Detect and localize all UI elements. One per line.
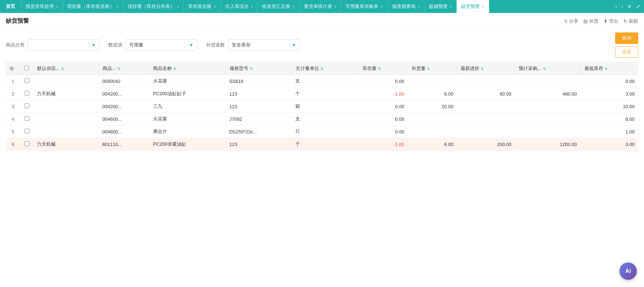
cell-product-name: 离合片 [149, 125, 226, 138]
cell-spec: J7092 [226, 113, 292, 125]
tab-available[interactable]: 可用量库存账本 × [341, 0, 387, 13]
replenish-base-select[interactable]: 安全库存 ▼ [228, 39, 300, 51]
sort-product-code-icon[interactable]: ⇅ [117, 67, 120, 71]
row-checkbox[interactable] [25, 91, 29, 96]
th-spec[interactable]: 规格型号 ⇅ [226, 62, 292, 75]
tab-bar: 首页 拣货异常处理 × 现存量（库存状况表） × 现存量（库存分布表） × 库存… [0, 0, 644, 13]
row-checkbox[interactable] [25, 103, 29, 108]
cell-min-stock: 3.00 [580, 138, 638, 151]
sort-spec-icon[interactable]: ⇅ [250, 67, 253, 71]
share-button[interactable]: ⎗ 分享 [565, 18, 578, 25]
sort-product-name-icon[interactable]: ⇅ [173, 67, 176, 71]
replenish-button[interactable]: ▤ 补货 [583, 18, 599, 25]
table-header-row: ⚙ 默认供应... ⇅ 商品... ⇅ [6, 62, 638, 75]
close-tab-inout[interactable]: × [251, 4, 253, 9]
close-tab-requisition[interactable]: × [334, 4, 336, 9]
th-unit[interactable]: 主计量单位 ⇅ [292, 62, 358, 75]
cell-min-stock: 3.00 [580, 88, 638, 100]
row-checkbox[interactable] [25, 78, 29, 83]
tab-scroll-right[interactable]: › [619, 0, 625, 13]
tab-stock-dist[interactable]: 现存量（库存分布表） × [123, 0, 184, 13]
tab-stock-status[interactable]: 现存量（库存状况表） × [63, 0, 123, 13]
sort-min-stock-icon[interactable]: ⇅ [605, 67, 608, 71]
filter-action-buttons: 查询 设置 [615, 32, 638, 58]
tab-expand[interactable]: ⤢ [634, 0, 643, 13]
export-button[interactable]: ⬆ 导出 [604, 18, 618, 25]
cell-latest-price: 80.00 [457, 88, 515, 100]
row-checkbox-cell [20, 88, 33, 100]
table-row: 2 力天机械 004200... PC200油缸缸子 123 个 -1.00 6… [6, 88, 638, 100]
cell-product-code: 004600... [99, 113, 149, 125]
cell-replenish [408, 113, 457, 125]
th-replenish[interactable]: 补货量 ⇅ [408, 62, 457, 75]
row-num: 1 [6, 75, 20, 88]
tab-expiry[interactable]: 保质期查询 × [388, 0, 425, 13]
sort-latest-price-icon[interactable]: ⇅ [481, 67, 484, 71]
cell-supplier: 力天机械 [33, 138, 99, 151]
page-title: 缺货预警 [6, 17, 29, 25]
th-stock[interactable]: 库存量 ⇅ [358, 62, 408, 75]
close-tab-overstock[interactable]: × [450, 4, 452, 9]
tab-scroll-left[interactable]: ‹ [613, 0, 619, 13]
query-button[interactable]: 查询 [615, 32, 638, 44]
close-tab-stock-dist[interactable]: × [177, 4, 179, 9]
tab-close-all[interactable]: ✕ [625, 0, 634, 13]
tab-requisition[interactable]: 要货单统计表 × [300, 0, 341, 13]
cell-est-purchase: 1200.00 [515, 138, 580, 151]
datasource-select[interactable]: 可用量 ▼ [125, 39, 197, 51]
th-product-code[interactable]: 商品... ⇅ [99, 62, 149, 75]
close-tab-shortage[interactable]: × [482, 4, 484, 9]
row-num: 6 [6, 138, 20, 151]
header-actions: ⎗ 分享 ▤ 补货 ⬆ 导出 ↻ 刷新 [565, 18, 638, 25]
ai-badge[interactable]: Ai [619, 262, 637, 280]
tab-abnormal[interactable]: 拣货异常处理 × [21, 0, 63, 13]
cell-product-name: PC200油缸缸子 [149, 88, 226, 100]
tab-batch[interactable]: 库存批次账 × [184, 0, 221, 13]
category-filter-group: 商品分类 ▼ [6, 39, 100, 51]
tab-home[interactable]: 首页 [0, 0, 21, 13]
row-checkbox[interactable] [25, 129, 29, 133]
cell-min-stock: 8.00 [580, 75, 638, 88]
data-table: ⚙ 默认供应... ⇅ 商品... ⇅ [6, 62, 638, 151]
row-checkbox-cell [20, 100, 33, 113]
close-tab-available[interactable]: × [380, 4, 383, 9]
cell-est-purchase: 480.00 [515, 88, 580, 100]
export-icon: ⬆ [604, 18, 608, 24]
cell-unit: 支 [292, 75, 358, 88]
cell-stock: 0.00 [358, 113, 408, 125]
th-spec-label: 规格型号 [230, 65, 248, 72]
close-tab-receipt[interactable]: × [292, 4, 295, 9]
sort-unit-icon[interactable]: ⇅ [321, 67, 323, 71]
close-tab-expiry[interactable]: × [418, 4, 420, 9]
cell-replenish: 6.00 [408, 138, 457, 151]
close-tab-batch[interactable]: × [214, 4, 216, 9]
tab-inout[interactable]: 出入库流水 × [221, 0, 258, 13]
gear-icon[interactable]: ⚙ [9, 66, 14, 71]
th-min-stock[interactable]: 最低库存 ⇅ [580, 62, 638, 75]
category-select[interactable]: ▼ [27, 39, 100, 51]
cell-spec: SS816 [226, 75, 292, 88]
cell-product-code: 004200... [99, 100, 149, 113]
th-supplier[interactable]: 默认供应... ⇅ [33, 62, 99, 75]
settings-button[interactable]: 设置 [615, 46, 638, 58]
cell-latest-price [457, 125, 515, 138]
cell-unit: 箱 [292, 100, 358, 113]
th-product-name[interactable]: 商品名称 ⇅ [149, 62, 226, 75]
th-latest-price[interactable]: 最新进价 ⇅ [457, 62, 515, 75]
close-tab-abnormal[interactable]: × [56, 4, 58, 9]
tab-overstock[interactable]: 超储预警 × [425, 0, 457, 13]
sort-supplier-icon[interactable]: ⇅ [61, 67, 64, 71]
table-row: 3 004200... 三九 123 箱 0.00 20.00 10.00 [6, 100, 638, 113]
tab-receipt[interactable]: 收发存汇总表 × [258, 0, 299, 13]
select-all-checkbox[interactable] [24, 66, 29, 70]
refresh-button[interactable]: ↻ 刷新 [623, 18, 638, 25]
sort-est-purchase-icon[interactable]: ⇅ [543, 67, 546, 71]
close-tab-stock-status[interactable]: × [116, 4, 118, 9]
replenish-icon: ▤ [583, 18, 588, 24]
th-est-purchase[interactable]: 预计采购... ⇅ [515, 62, 580, 75]
row-checkbox[interactable] [25, 141, 29, 146]
row-checkbox[interactable] [25, 116, 29, 121]
tab-shortage[interactable]: 缺货预警 × [457, 0, 489, 13]
sort-stock-icon[interactable]: ⇅ [378, 67, 381, 71]
sort-replenish-icon[interactable]: ⇅ [427, 67, 430, 71]
